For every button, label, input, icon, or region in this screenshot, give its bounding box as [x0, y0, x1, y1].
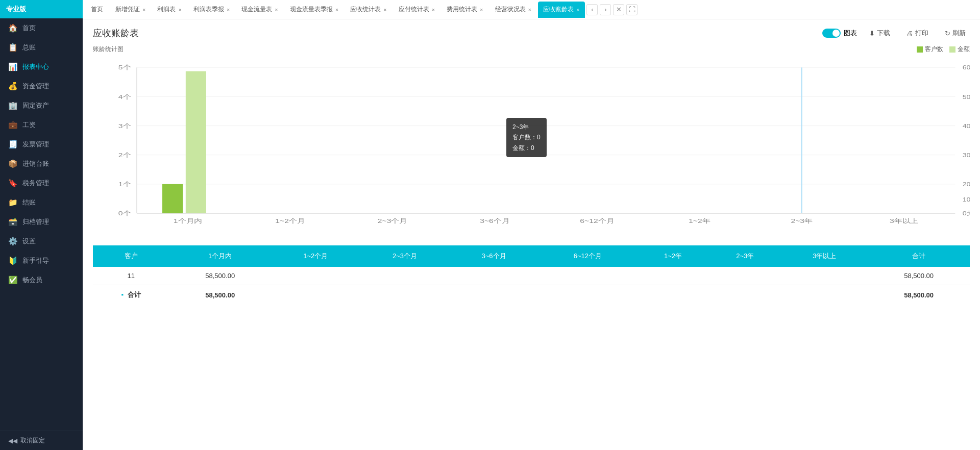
sidebar-item-vip[interactable]: ✅ 畅会员 [0, 270, 83, 290]
chart-toggle-switch[interactable] [822, 29, 841, 38]
cell-customer: 11 [93, 267, 169, 285]
chart-svg: 5个 4个 3个 2个 1个 0个 60,000.00元 50,000.00元 … [93, 57, 970, 240]
legend-amount: 金额 [949, 45, 970, 54]
download-button[interactable]: ⬇ 下载 [865, 27, 894, 40]
tab-expand[interactable]: ⛶ [626, 4, 638, 15]
main-content: 首页 新增凭证 × 利润表 × 利润表季报 × 现金流量表 × 现金流量表季报 … [83, 0, 980, 450]
tab-biz-status[interactable]: 经营状况表 × [490, 2, 537, 18]
th-m3-6: 3~6个月 [449, 245, 538, 267]
guide-icon: 🔰 [8, 256, 17, 265]
page-content: 应收账龄表 图表 ⬇ 下载 🖨 打印 ↻ 刷新 [83, 19, 980, 450]
sidebar-item-sales[interactable]: 📦 进销台账 [0, 154, 83, 173]
close-tab-biz-status[interactable]: × [528, 7, 532, 13]
close-tab-profit-q[interactable]: × [226, 7, 230, 13]
close-tab-ar-aging[interactable]: × [576, 7, 580, 13]
chart-legend: 客户数 金额 [917, 45, 970, 54]
close-tab-ar-stat[interactable]: × [383, 7, 387, 13]
tab-home[interactable]: 首页 [85, 2, 109, 18]
download-icon: ⬇ [869, 30, 875, 37]
refresh-button[interactable]: ↻ 刷新 [941, 27, 970, 40]
sidebar-item-ledger[interactable]: 📋 总账 [0, 38, 83, 57]
svg-text:1个: 1个 [118, 181, 131, 187]
tab-profit[interactable]: 利润表 × [152, 2, 187, 18]
close-tab-profit[interactable]: × [178, 7, 182, 13]
th-m6-12: 6~12个月 [538, 245, 637, 267]
sidebar-item-label: 资金管理 [22, 82, 49, 91]
tab-ap-stat[interactable]: 应付统计表 × [394, 2, 440, 18]
sidebar-item-close[interactable]: 📁 结账 [0, 193, 83, 212]
svg-text:4个: 4个 [118, 93, 131, 100]
cell-m1-2 [271, 267, 360, 285]
sidebar-item-label: 总账 [22, 43, 36, 52]
th-m2-3: 2~3个月 [360, 245, 450, 267]
svg-text:10,000.00元: 10,000.00元 [963, 197, 970, 203]
page-header: 应收账龄表 图表 ⬇ 下载 🖨 打印 ↻ 刷新 [83, 19, 980, 45]
sidebar-item-label: 进销台账 [22, 159, 49, 168]
tab-expense[interactable]: 费用统计表 × [442, 2, 488, 18]
cell-m6-12 [538, 267, 637, 285]
chart-container: 5个 4个 3个 2个 1个 0个 60,000.00元 50,000.00元 … [93, 57, 970, 240]
th-m1: 1个月内 [169, 245, 271, 267]
close-tab-cashflow-q[interactable]: × [335, 7, 339, 13]
sidebar-item-label: 工资 [22, 120, 36, 130]
th-m1-2: 1~2个月 [271, 245, 360, 267]
sidebar-item-fixed[interactable]: 🏢 固定资产 [0, 96, 83, 115]
cell-m1: 58,500.00 [169, 267, 271, 285]
sidebar-item-settings[interactable]: ⚙️ 设置 [0, 232, 83, 251]
sidebar-item-tax[interactable]: 🔖 税务管理 [0, 173, 83, 193]
svg-text:0个: 0个 [118, 210, 131, 216]
sidebar-item-home[interactable]: 🏠 首页 [0, 18, 83, 38]
chart-toggle-label: 图表 [844, 29, 857, 38]
svg-text:6~12个月: 6~12个月 [580, 217, 614, 224]
close-tab-cashflow[interactable]: × [274, 7, 278, 13]
svg-text:3~6个月: 3~6个月 [480, 217, 510, 224]
close-tab-expense[interactable]: × [479, 7, 483, 13]
sidebar-item-fund[interactable]: 💰 资金管理 [0, 77, 83, 96]
legend-customer: 客户数 [917, 45, 943, 54]
svg-text:20,000.00元: 20,000.00元 [963, 182, 970, 188]
cell-y1-2 [637, 267, 709, 285]
footer-y2-3 [709, 285, 781, 305]
sidebar-item-label: 新手引导 [22, 256, 49, 265]
table-row: 11 58,500.00 58,500.00 [93, 267, 970, 285]
legend-amount-label: 金额 [958, 45, 970, 54]
report-icon: 📊 [8, 62, 17, 71]
th-y2-3: 2~3年 [709, 245, 781, 267]
print-icon: 🖨 [906, 30, 913, 37]
legend-customer-color [917, 46, 923, 53]
print-button[interactable]: 🖨 打印 [902, 27, 933, 40]
tab-nav-prev[interactable]: ‹ [586, 4, 598, 15]
close-tab-voucher[interactable]: × [142, 7, 146, 13]
header-actions: 图表 ⬇ 下载 🖨 打印 ↻ 刷新 [822, 27, 970, 40]
tab-nav-next[interactable]: › [600, 4, 611, 15]
cell-total: 58,500.00 [868, 267, 970, 285]
data-table: 客户 1个月内 1~2个月 2~3个月 3~6个月 6~12个月 1~2年 2~… [93, 245, 970, 305]
tab-profit-q[interactable]: 利润表季报 × [188, 2, 235, 18]
footer-label: ▪ 合计 [93, 285, 169, 305]
tab-ar-aging[interactable]: 应收账龄表 × [538, 2, 585, 18]
table-footer-row: ▪ 合计 58,500.00 58,500.00 [93, 285, 970, 305]
close-tab-ap-stat[interactable]: × [431, 7, 435, 13]
settings-icon: ⚙️ [8, 237, 17, 246]
sidebar-item-guide[interactable]: 🔰 新手引导 [0, 251, 83, 270]
th-y3-plus: 3年以上 [781, 245, 868, 267]
sidebar-item-invoice[interactable]: 🧾 发票管理 [0, 135, 83, 154]
cell-y2-3 [709, 267, 781, 285]
cell-y3-plus [781, 267, 868, 285]
sidebar-item-report[interactable]: 📊 报表中心 [0, 57, 83, 77]
footer-m3-6 [449, 285, 538, 305]
tab-close-all[interactable]: ✕ [613, 4, 624, 15]
svg-text:3年以上: 3年以上 [890, 217, 919, 224]
sidebar-toggle-pin[interactable]: ◀◀ 取消固定 [0, 431, 83, 450]
svg-text:2~3个月: 2~3个月 [378, 217, 408, 224]
bar-customer-0 [162, 184, 183, 213]
sidebar-item-archive[interactable]: 🗃️ 归档管理 [0, 212, 83, 232]
tab-ar-stat[interactable]: 应收统计表 × [345, 2, 392, 18]
sidebar-item-label: 发票管理 [22, 140, 49, 149]
sidebar-item-salary[interactable]: 💼 工资 [0, 115, 83, 135]
cell-m3-6 [449, 267, 538, 285]
tab-cashflow[interactable]: 现金流量表 × [236, 2, 283, 18]
tab-voucher[interactable]: 新增凭证 × [110, 2, 151, 18]
tab-cashflow-q[interactable]: 现金流量表季报 × [285, 2, 344, 18]
table-wrapper: 客户 1个月内 1~2个月 2~3个月 3~6个月 6~12个月 1~2年 2~… [93, 245, 970, 450]
